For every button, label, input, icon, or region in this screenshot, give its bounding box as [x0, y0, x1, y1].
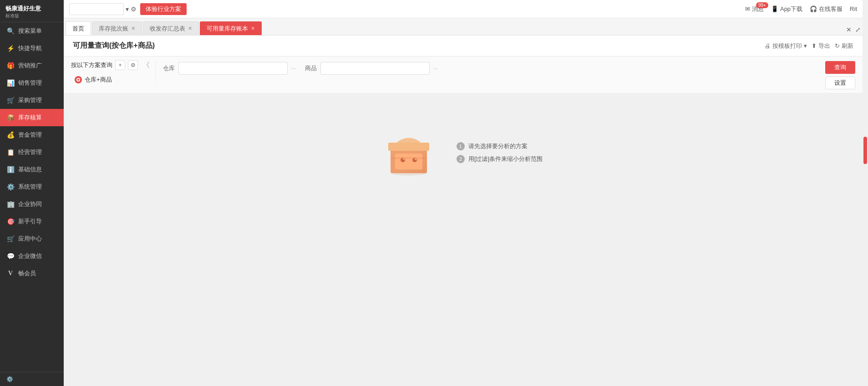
- tab-batch-ledger-close[interactable]: ✕: [131, 26, 135, 31]
- scheme-label: 按以下方案查询: [71, 61, 112, 69]
- sidebar-label-marketing: 营销推广: [18, 62, 42, 70]
- sidebar-item-basic[interactable]: ℹ️ 基础信息: [0, 161, 64, 178]
- gear-settings-icon[interactable]: ⚙: [131, 5, 137, 13]
- trial-button[interactable]: 体验行业方案: [140, 3, 187, 15]
- sidebar-header: 畅康通好生意 标准版: [0, 0, 64, 22]
- goods-input[interactable]: [320, 62, 430, 75]
- query-button[interactable]: 查询: [825, 61, 855, 74]
- gift-icon: 🎁: [6, 62, 15, 70]
- vip-icon: V: [6, 269, 15, 278]
- message-button[interactable]: ✉ 消息 99+: [745, 5, 764, 13]
- settings-button[interactable]: 设置: [825, 77, 855, 89]
- refresh-button[interactable]: ↻ 刷新: [835, 42, 853, 50]
- box-illustration: [384, 130, 438, 175]
- tab-available-ledger[interactable]: 可用量库存账本 ✕: [200, 21, 262, 35]
- sidebar-item-marketing[interactable]: 🎁 营销推广: [0, 57, 64, 74]
- sidebar-item-enterprise[interactable]: 🏢 企业协同: [0, 196, 64, 213]
- query-buttons: 查询 设置: [818, 60, 855, 89]
- info-icon: ℹ️: [6, 165, 15, 174]
- collapse-button[interactable]: 《: [142, 61, 150, 70]
- sidebar-label-basic: 基础信息: [18, 165, 42, 174]
- page-header: 可用量查询(按仓库+商品) 🖨 按模板打印 ▾ ⬆ 导出 ↻ 刷新: [64, 36, 863, 57]
- service-label: 在线客服: [819, 5, 843, 13]
- close-tab-button[interactable]: ✕: [846, 26, 852, 33]
- sidebar-label-sales: 销售管理: [18, 79, 42, 87]
- message-badge: 99+: [756, 2, 768, 8]
- app-download-button[interactable]: 📱 App下载: [771, 5, 802, 13]
- goods-label: 商品: [305, 64, 317, 72]
- sidebar-label-member: 畅会员: [18, 269, 36, 278]
- export-button[interactable]: ⬆ 导出: [812, 42, 830, 50]
- sidebar-item-wechat[interactable]: 💬 企业微信: [0, 247, 64, 265]
- tab-receipt-summary-close[interactable]: ✕: [188, 26, 192, 31]
- sidebar-label-finance: 资金管理: [18, 131, 42, 139]
- top-bar-right: ✉ 消息 99+ 📱 App下载 🎧 在线客服 Rit: [745, 5, 857, 13]
- sidebar-item-member[interactable]: V 畅会员: [0, 265, 64, 282]
- sidebar-bottom[interactable]: ⚙️: [0, 372, 64, 386]
- sidebar-item-purchase[interactable]: 🛒 采购管理: [0, 92, 64, 109]
- tip-text-1: 请先选择要分析的方案: [468, 142, 528, 150]
- headset-icon: 🎧: [810, 5, 817, 12]
- sidebar-item-appstore[interactable]: 🛒 应用中心: [0, 230, 64, 247]
- sidebar-label-purchase: 采购管理: [18, 96, 42, 104]
- scheme-settings-button[interactable]: ⚙: [128, 60, 138, 70]
- query-fields: 仓库 ··· 商品 ···: [163, 60, 818, 75]
- tab-receipt-summary[interactable]: 收发存汇总表 ✕: [143, 21, 199, 35]
- sidebar-item-operations[interactable]: 📋 经营管理: [0, 144, 64, 161]
- sidebar-item-finance[interactable]: 💰 资金管理: [0, 126, 64, 144]
- page-actions: 🖨 按模板打印 ▾ ⬆ 导出 ↻ 刷新: [765, 42, 853, 50]
- target-icon: 🎯: [6, 217, 15, 226]
- warehouse-label: 仓库: [163, 64, 175, 72]
- sidebar-label-enterprise: 企业协同: [18, 200, 42, 208]
- tab-available-ledger-close[interactable]: ✕: [251, 26, 255, 31]
- print-button[interactable]: 🖨 按模板打印 ▾: [765, 42, 807, 50]
- print-icon: 🖨: [765, 42, 771, 49]
- sidebar-label-operations: 经营管理: [18, 148, 42, 156]
- sidebar-item-search[interactable]: 🔍 搜索菜单: [0, 22, 64, 40]
- tabs-controls: ✕ ⤢: [846, 26, 861, 35]
- money-icon: 💰: [6, 131, 15, 139]
- top-search-input[interactable]: [69, 3, 124, 15]
- box-icon: 📦: [6, 113, 15, 122]
- expand-tab-button[interactable]: ⤢: [855, 26, 861, 33]
- tab-home[interactable]: 首页: [66, 21, 91, 35]
- goods-more[interactable]: ···: [433, 65, 438, 72]
- warehouse-input[interactable]: [178, 62, 288, 75]
- top-bar: ▾ ⚙ 体验行业方案 ✉ 消息 99+ 📱 App下载 🎧 在线客服: [64, 0, 863, 18]
- sidebar-item-inventory[interactable]: 📦 库存核算: [0, 109, 64, 126]
- scheme-icon: [75, 76, 82, 83]
- export-label: 导出: [818, 42, 830, 50]
- gear-icon: ⚙️: [6, 183, 15, 191]
- warehouse-field: 仓库 ···: [163, 62, 296, 75]
- page-title: 可用量查询(按仓库+商品): [73, 41, 155, 51]
- export-icon: ⬆: [812, 42, 817, 49]
- right-panel: [863, 0, 868, 386]
- refresh-icon: ↻: [835, 42, 840, 49]
- sidebar-label-appstore: 应用中心: [18, 235, 42, 243]
- user-menu[interactable]: Rit: [850, 5, 857, 12]
- add-scheme-button[interactable]: +: [115, 60, 125, 70]
- sidebar-item-quicknav[interactable]: ⚡ 快捷导航: [0, 40, 64, 57]
- svg-rect-11: [391, 157, 427, 159]
- tab-batch-ledger[interactable]: 库存批次账 ✕: [92, 21, 142, 35]
- sidebar-item-system[interactable]: ⚙️ 系统管理: [0, 178, 64, 196]
- tip-num-1: 1: [457, 142, 465, 150]
- tab-available-ledger-label: 可用量库存账本: [207, 25, 248, 33]
- refresh-label: 刷新: [842, 42, 853, 50]
- service-button[interactable]: 🎧 在线客服: [810, 5, 843, 13]
- scheme-item-label: 仓库+商品: [85, 76, 112, 84]
- scrollbar-thumb[interactable]: [863, 137, 867, 164]
- goods-field: 商品 ···: [305, 62, 438, 75]
- clipboard-icon: 📋: [6, 148, 15, 156]
- tip-num-2: 2: [457, 155, 465, 163]
- print-label: 按模板打印: [772, 42, 802, 50]
- warehouse-more[interactable]: ···: [291, 65, 296, 72]
- sidebar-label-search: 搜索菜单: [18, 27, 42, 35]
- building-icon: 🏢: [6, 200, 15, 208]
- scheme-warehouse-goods[interactable]: 仓库+商品: [71, 74, 150, 86]
- phone-icon: 📱: [771, 5, 778, 12]
- search-settings-icon[interactable]: ▾: [126, 5, 129, 13]
- tab-home-label: 首页: [72, 25, 84, 33]
- sidebar-item-newuser[interactable]: 🎯 新手引导: [0, 213, 64, 230]
- sidebar-item-sales[interactable]: 📊 销售管理: [0, 74, 64, 92]
